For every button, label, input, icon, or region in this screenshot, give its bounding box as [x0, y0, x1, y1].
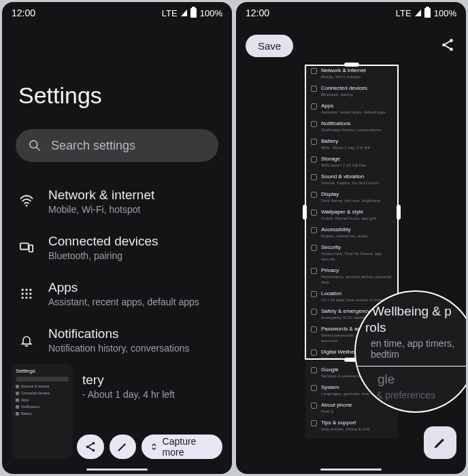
apps-icon [18, 287, 35, 301]
page-title: Settings [2, 21, 232, 129]
svg-point-12 [25, 296, 27, 299]
mini-settings-row: Connected devicesBluetooth, pairing [305, 82, 398, 100]
mini-subtitle: On • 19 apps have access to location [321, 297, 388, 303]
thumb-search [16, 377, 69, 381]
svg-point-11 [22, 296, 24, 299]
item-subtitle: - About 1 day, 4 hr left [82, 389, 175, 400]
mini-icon [311, 268, 317, 274]
status-bar: 12:00 LTE 100% [236, 2, 466, 21]
phone-left: 12:00 LTE 100% Settings Search settings … [2, 2, 232, 474]
magnifier-text: rols [365, 320, 386, 335]
svg-point-5 [22, 289, 24, 291]
mini-title: About phone [321, 402, 352, 409]
save-button[interactable]: Save [246, 35, 293, 57]
mini-subtitle: Mobile, Wi-Fi, hotspot [321, 74, 366, 80]
mini-settings-row: DisplayDark theme, font size, brightness [305, 188, 398, 206]
mini-icon [311, 245, 317, 251]
svg-line-17 [88, 444, 93, 447]
mini-subtitle: Languages, gestures, time [321, 391, 369, 396]
item-title: Network & internet [48, 188, 154, 203]
status-bar: 12:00 LTE 100% [2, 2, 232, 21]
svg-point-8 [22, 292, 24, 294]
screenshot-thumbnail[interactable]: Settings Network & internet Connected de… [12, 364, 73, 459]
settings-item-apps[interactable]: AppsAssistant, recent apps, default apps [2, 271, 232, 317]
mini-icon [311, 291, 317, 297]
svg-line-23 [445, 46, 450, 49]
mini-subtitle: Volume, haptics, Do Not Disturb [321, 180, 379, 186]
search-icon [28, 139, 41, 152]
mini-title: Sound & vibration [321, 173, 379, 180]
magnifier-text: & preferences [376, 390, 435, 401]
svg-point-9 [25, 292, 27, 294]
mini-title: Tips & support [321, 420, 370, 426]
mini-icon [311, 192, 317, 198]
expand-icon [150, 441, 158, 452]
magnifier-text: Wellbeing & p [372, 304, 452, 319]
mini-title: System [321, 384, 369, 391]
mini-title: Storage [321, 156, 366, 163]
mini-subtitle: 96% - About 1 day, 4 hr left [321, 145, 370, 150]
mini-settings-row: Wallpaper & styleColors, themed icons, a… [305, 206, 398, 224]
mini-subtitle: Pixel 6 [321, 409, 352, 414]
item-subtitle: Bluetooth, pairing [48, 250, 158, 261]
settings-item-notifications[interactable]: NotificationsNotification history, conve… [2, 317, 232, 363]
svg-point-2 [26, 205, 28, 207]
mini-subtitle: Display, interaction, audio [321, 233, 367, 239]
mini-title: Accessibility [321, 226, 367, 233]
share-button[interactable] [77, 435, 104, 459]
status-network: LTE [396, 8, 412, 18]
capture-more-button[interactable]: Capture more [141, 435, 222, 459]
mini-subtitle: Notification history, conversations [321, 127, 382, 133]
mini-subtitle: Screen lock, Find My Device, app securit… [321, 251, 392, 262]
share-button[interactable] [440, 37, 455, 52]
gesture-bar[interactable] [320, 469, 382, 471]
capture-more-label: Capture more [163, 436, 214, 458]
svg-rect-3 [20, 243, 29, 250]
magnifier-text: en time, app timers, bedtim [371, 338, 466, 360]
item-subtitle: Notification history, conversations [48, 343, 190, 354]
devices-icon [18, 240, 35, 255]
mini-icon [311, 68, 317, 74]
mini-subtitle: Assistant, recent apps, default apps [321, 109, 386, 115]
mini-icon [311, 121, 317, 127]
mini-icon [311, 227, 317, 233]
mini-subtitle: Services & preferences [321, 373, 363, 379]
edit-button[interactable] [110, 435, 137, 459]
mini-settings-row: Battery96% - About 1 day, 4 hr left [305, 135, 398, 153]
screenshot-action-bar: Capture more [77, 435, 222, 459]
mini-icon [311, 385, 317, 391]
mini-subtitle: Colors, themed icons, app grid [321, 216, 376, 221]
gesture-bar[interactable] [86, 469, 148, 471]
mini-title: Network & internet [321, 67, 366, 74]
magnifier-crop-line [356, 366, 466, 367]
signal-icon [415, 10, 421, 16]
mini-subtitle: Permissions, account activity, personal … [321, 274, 392, 285]
search-placeholder: Search settings [51, 139, 135, 153]
item-title: Apps [48, 280, 199, 295]
edit-fab-button[interactable] [424, 426, 456, 459]
mini-icon [311, 403, 317, 409]
mini-subtitle: Help articles, phone & chat [321, 426, 370, 432]
svg-point-10 [29, 292, 31, 294]
mini-settings-row: Sound & vibrationVolume, haptics, Do Not… [305, 171, 398, 188]
status-network: LTE [162, 8, 178, 18]
settings-item-network[interactable]: Network & internetMobile, Wi-Fi, hotspot [2, 178, 232, 224]
svg-point-7 [29, 289, 31, 291]
mini-title: Privacy [321, 267, 392, 274]
status-battery: 100% [200, 8, 222, 18]
mini-title: Wallpaper & style [321, 209, 376, 216]
mini-subtitle: Dark theme, font size, brightness [321, 198, 381, 203]
battery-icon [190, 8, 197, 18]
mini-title: Apps [321, 103, 386, 109]
mini-subtitle: 39% used • 7.21 GB free [321, 163, 366, 168]
mini-icon [311, 420, 317, 426]
svg-line-18 [88, 447, 93, 450]
mini-settings-row: Tips & supportHelp articles, phone & cha… [305, 417, 398, 435]
search-input[interactable]: Search settings [16, 129, 218, 162]
mini-title: Battery [321, 138, 370, 145]
item-title: Connected devices [48, 234, 158, 249]
settings-item-connected[interactable]: Connected devicesBluetooth, pairing [2, 224, 232, 271]
mini-settings-row: SecurityScreen lock, Find My Device, app… [305, 241, 398, 265]
svg-point-13 [29, 296, 31, 299]
mini-icon [311, 139, 317, 145]
